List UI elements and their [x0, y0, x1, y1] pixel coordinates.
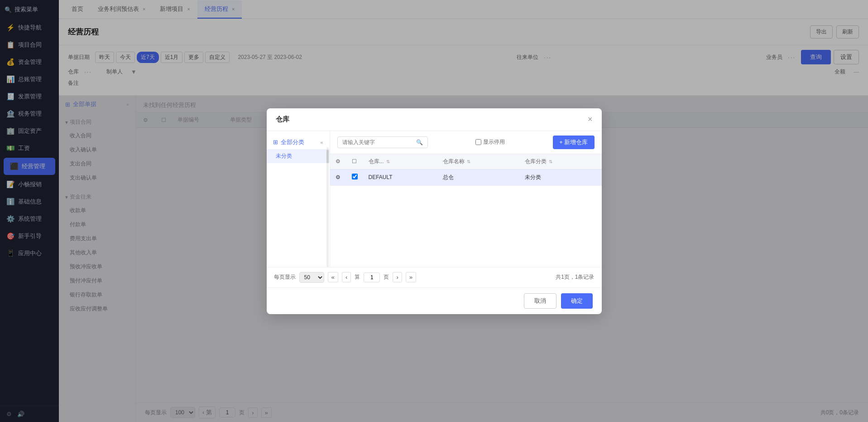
confirm-button[interactable]: 确定	[561, 293, 593, 309]
row-category: 未分类	[519, 169, 602, 185]
table-toolbar: 🔍 显示停用 + 新增仓库	[330, 131, 602, 154]
dialog-header: 仓库 ×	[267, 108, 602, 131]
page-unit-label: 页	[384, 273, 389, 281]
row-checkbox[interactable]	[346, 169, 363, 185]
warehouse-table: ⚙ ☐ 仓库... ⇅ 仓库名称 ⇅	[330, 154, 602, 186]
th-category[interactable]: 仓库分类 ⇅	[519, 154, 602, 170]
per-page-select[interactable]: 50 100 200	[299, 272, 324, 283]
name-sort-icon: ⇅	[467, 159, 470, 164]
row-code: DEFAULT	[363, 169, 437, 185]
category-all-label: 全部分类	[281, 138, 304, 146]
search-box[interactable]: 🔍	[337, 136, 428, 148]
category-unclassified[interactable]: 未分类	[267, 149, 330, 163]
first-page-btn[interactable]: «	[328, 272, 338, 282]
row-select-checkbox[interactable]	[352, 174, 358, 179]
th-checkbox[interactable]: ☐	[346, 154, 363, 170]
category-all-header[interactable]: ⊞ 全部分类 «	[267, 136, 330, 149]
code-sort-icon: ⇅	[386, 159, 390, 164]
total-record-text: 共1页，1条记录	[556, 273, 594, 281]
search-input[interactable]	[342, 139, 413, 146]
cancel-button[interactable]: 取消	[524, 293, 556, 309]
show-disabled-label[interactable]: 显示停用	[475, 138, 505, 146]
grid-icon2: ⊞	[273, 139, 278, 146]
category-panel: ⊞ 全部分类 « 未分类	[267, 131, 330, 267]
dialog-body: ⊞ 全部分类 « 未分类 🔍	[267, 131, 602, 267]
th-code[interactable]: 仓库... ⇅	[363, 154, 437, 170]
prev-page-btn[interactable]: ‹	[342, 272, 351, 282]
add-warehouse-button[interactable]: + 新增仓库	[553, 136, 594, 149]
table-head-row: ⚙ ☐ 仓库... ⇅ 仓库名称 ⇅	[330, 154, 602, 170]
category-scrollbar[interactable]	[326, 147, 329, 267]
dialog-footer: 取消 确定	[267, 287, 602, 314]
warehouse-table-container: ⚙ ☐ 仓库... ⇅ 仓库名称 ⇅	[330, 154, 602, 267]
th-name[interactable]: 仓库名称 ⇅	[437, 154, 519, 170]
next-page-btn[interactable]: ›	[393, 272, 402, 282]
per-page-label: 每页显示	[274, 273, 296, 281]
warehouse-dialog: 仓库 × ⊞ 全部分类 « 未分类	[267, 108, 602, 314]
show-disabled-checkbox[interactable]	[475, 139, 481, 145]
th-gear[interactable]: ⚙	[330, 154, 346, 170]
cat-sort-icon: ⇅	[549, 159, 552, 164]
search-icon2: 🔍	[416, 139, 423, 146]
row-gear[interactable]: ⚙	[330, 169, 346, 185]
table-row[interactable]: ⚙ DEFAULT 总仓 未分类	[330, 169, 602, 185]
row-name: 总仓	[437, 169, 519, 185]
calc-label: 算	[355, 273, 360, 281]
table-head: ⚙ ☐ 仓库... ⇅ 仓库名称 ⇅	[330, 154, 602, 170]
dialog-overlay: 仓库 × ⊞ 全部分类 « 未分类	[0, 0, 868, 422]
category-scroll-thumb	[326, 150, 329, 163]
dialog-close-button[interactable]: ×	[588, 115, 593, 124]
collapse-category-icon[interactable]: «	[320, 140, 323, 145]
last-page-btn[interactable]: »	[406, 272, 416, 282]
table-body: ⚙ DEFAULT 总仓 未分类	[330, 169, 602, 185]
dialog-title: 仓库	[276, 115, 289, 124]
dialog-pagination-bar: 每页显示 50 100 200 « ‹ 算 页 › » 共1页，1条记录	[267, 267, 602, 287]
table-panel: 🔍 显示停用 + 新增仓库 ⚙ ☐	[330, 131, 602, 267]
page-input[interactable]	[364, 272, 380, 282]
